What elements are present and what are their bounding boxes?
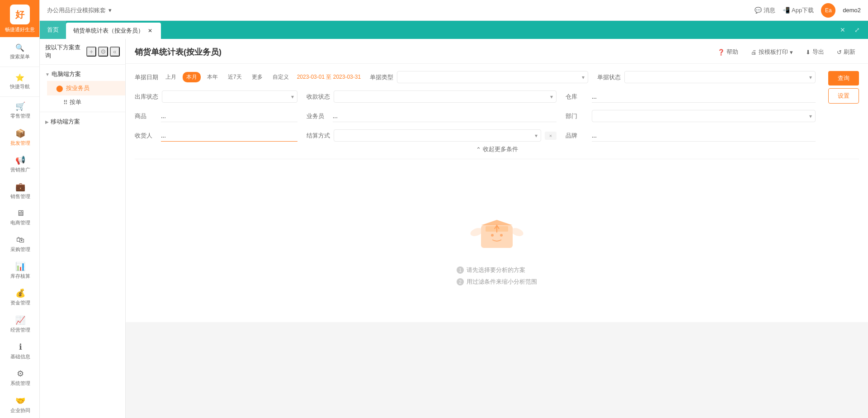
department-filter-item: 部门 — [566, 110, 816, 122]
shortcut-button[interactable]: ⭐ 快捷导航 — [2, 71, 38, 93]
scheme-by-order[interactable]: ⠿ 按单 — [47, 95, 125, 109]
system-icon: ⚙ — [17, 369, 24, 379]
desktop-section-header[interactable]: ▼ 电脑端方案 — [40, 67, 125, 81]
sidebar-item-system[interactable]: ⚙ 系统管理 — [0, 364, 39, 391]
tabbar: 首页 销货单统计表（按业务员） ✕ ✕ ⤢ — [40, 21, 868, 39]
scheme-by-staff[interactable]: ⬤ 按业务员 — [47, 81, 125, 95]
close-window-button[interactable]: ✕ — [837, 24, 848, 35]
download-label: App下载 — [792, 6, 814, 14]
staff-filter-item: 业务员 — [307, 110, 557, 122]
chevron-down-icon: ▾ — [790, 49, 793, 56]
receipt-status-select[interactable] — [334, 90, 557, 103]
mobile-section-header[interactable]: ▶ 移动端方案 — [40, 115, 125, 128]
sidebar-item-sales[interactable]: 💼 销售管理 — [0, 177, 39, 204]
topbar-actions: 💬 消息 📲 App下载 Ea demo2 — [755, 3, 861, 18]
collapse-row: ⌃ 收起更多条件 — [135, 142, 859, 159]
sidebar-item-inventory[interactable]: 📊 库存核算 — [0, 257, 39, 284]
doc-status-select[interactable] — [624, 71, 816, 83]
help-icon: ❓ — [717, 49, 725, 56]
sidebar-item-retail[interactable]: 🛒 零售管理 — [0, 97, 39, 124]
out-status-select[interactable] — [162, 90, 297, 103]
date-custom[interactable]: 自定义 — [269, 72, 292, 82]
avatar[interactable]: Ea — [821, 3, 835, 18]
date-last-month[interactable]: 上月 — [162, 72, 180, 82]
window-controls: ✕ ⤢ — [832, 24, 868, 35]
sidebar-search-section: 🔍 搜索菜单 — [0, 37, 39, 67]
collapse-conditions-button[interactable]: ⌃ 收起更多条件 — [476, 145, 518, 153]
template-print-button[interactable]: 🖨 按模板打印 ▾ — [747, 46, 797, 58]
empty-illustration — [470, 203, 524, 257]
sidebar-shortcut-section: ⭐ 快捷导航 — [0, 67, 39, 97]
breadcrumb-dropdown-icon[interactable]: ▾ — [108, 7, 112, 14]
date-filter-item: 单据日期 上月 本月 本年 近7天 更多 自定义 2023-03-01 至 20… — [135, 72, 361, 82]
search-label: 搜索菜单 — [10, 53, 30, 60]
collapse-panel-button[interactable]: « — [110, 47, 120, 57]
tab-report[interactable]: 销货单统计表（按业务员） ✕ — [66, 23, 161, 39]
date-more[interactable]: 更多 — [248, 72, 266, 82]
scheme-settings-button[interactable]: ⚙ — [98, 47, 108, 57]
sidebar-item-marketing[interactable]: 📢 营销推广 — [0, 151, 39, 177]
doc-type-select[interactable] — [397, 71, 588, 83]
print-icon: 🖨 — [751, 49, 757, 56]
export-button[interactable]: ⬇ 导出 — [802, 46, 828, 58]
download-button[interactable]: 📲 App下载 — [783, 6, 814, 14]
product-input[interactable] — [161, 110, 297, 122]
username[interactable]: demo2 — [843, 7, 861, 14]
filter-row-1: 单据日期 上月 本月 本年 近7天 更多 自定义 2023-03-01 至 20… — [135, 71, 816, 83]
refresh-icon: ↺ — [837, 49, 842, 56]
date-this-month[interactable]: 本月 — [183, 72, 201, 82]
warehouse-input[interactable] — [592, 91, 816, 103]
ecommerce-icon: 🖥 — [16, 209, 24, 218]
page-title: 销货单统计表(按业务员) — [135, 47, 222, 57]
filter-row-2: 出库状态 收款状态 — [135, 90, 816, 103]
help-label: 帮助 — [726, 48, 738, 56]
staff-input[interactable] — [333, 110, 557, 122]
sidebar-item-enterprise[interactable]: 🤝 企业协同 — [0, 391, 39, 418]
settings-button[interactable]: 设置 — [828, 88, 859, 104]
sales-label: 销售管理 — [10, 193, 30, 200]
brand-input[interactable] — [592, 130, 816, 142]
date-last-7[interactable]: 近7天 — [224, 72, 245, 82]
consignee-input[interactable] — [161, 130, 297, 142]
export-icon: ⬇ — [806, 49, 811, 56]
settlement-clear-tag[interactable]: × — [545, 132, 557, 140]
desktop-section: ▼ 电脑端方案 ⬤ 按业务员 ⠿ 按单 — [40, 65, 125, 112]
filter-row-4: 收货人 结算方式 — [135, 129, 816, 142]
message-button[interactable]: 💬 消息 — [755, 6, 775, 14]
sidebar-item-wholesale[interactable]: 📦 批发管理 — [0, 124, 39, 151]
refresh-button[interactable]: ↺ 刷新 — [833, 46, 859, 58]
query-button[interactable]: 查询 — [828, 71, 859, 86]
sidebar-item-finance[interactable]: 💰 资金管理 — [0, 284, 39, 310]
sidebar-item-ecommerce[interactable]: 🖥 电商管理 — [0, 204, 39, 230]
basic-icon: ℹ — [19, 342, 22, 352]
message-label: 消息 — [764, 6, 775, 14]
retail-label: 零售管理 — [10, 113, 30, 119]
help-button[interactable]: ❓ 帮助 — [714, 46, 742, 58]
settlement-tag-close[interactable]: × — [547, 133, 554, 139]
filter-area: 单据日期 上月 本月 本年 近7天 更多 自定义 2023-03-01 至 20… — [126, 64, 868, 166]
svg-point-5 — [500, 234, 503, 237]
operations-icon: 📈 — [15, 315, 25, 325]
date-this-year[interactable]: 本年 — [203, 72, 222, 82]
tab-close-button[interactable]: ✕ — [146, 27, 154, 34]
app-logo[interactable]: 好 畅捷通好生意 — [0, 0, 39, 37]
svg-point-4 — [491, 234, 494, 237]
hint-number-2: 2 — [457, 278, 464, 285]
sidebar-item-basic[interactable]: ℹ 基础信息 — [0, 337, 39, 364]
empty-state: 1 请先选择要分析的方案 2 用过滤条件来缩小分析范围 — [126, 166, 868, 322]
settlement-select[interactable] — [334, 129, 541, 142]
add-scheme-button[interactable]: + — [86, 47, 96, 57]
empty-svg-icon — [470, 203, 524, 257]
empty-hint-2: 2 用过滤条件来缩小分析范围 — [457, 278, 537, 286]
doc-status-filter-item: 单据状态 — [597, 71, 816, 83]
logo-icon: 好 — [10, 5, 30, 24]
date-filter-label: 单据日期 — [135, 73, 158, 81]
department-select[interactable] — [592, 110, 816, 122]
tab-home[interactable]: 首页 — [40, 21, 66, 39]
maximize-window-button[interactable]: ⤢ — [852, 24, 863, 35]
search-menu-button[interactable]: 🔍 搜索菜单 — [2, 41, 38, 63]
department-select-wrapper — [592, 110, 816, 122]
receipt-status-label: 收款状态 — [307, 93, 330, 101]
sidebar-item-purchase[interactable]: 🛍 采购管理 — [0, 231, 39, 257]
sidebar-item-operations[interactable]: 📈 经营管理 — [0, 311, 39, 337]
